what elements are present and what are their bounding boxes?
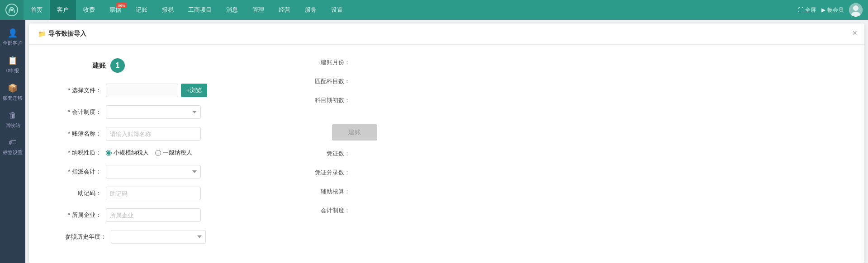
nav-service[interactable]: 服务 <box>298 0 324 20</box>
tax-type-row: * 纳税性质： 小规模纳税人 一般纳税人 <box>65 149 287 157</box>
info-initial-row: 科目期初数： <box>314 96 851 104</box>
migration-icon: 📦 <box>8 83 18 93</box>
file-input[interactable] <box>106 84 178 97</box>
dialog-title: 导爷数据导入 <box>48 30 86 38</box>
file-input-group: +浏览 <box>106 84 207 97</box>
sidebar-item-all-customers[interactable]: 👤 全部客户 <box>0 23 25 51</box>
info-section: 建账月份： 匹配科目数： 科目期初数： 建账 凭证数： <box>300 58 864 252</box>
accounting-label: * 会计制度： <box>65 108 106 116</box>
nav-menu: 首页 客户 收费 票据 new 记账 报税 工商项目 消息 管理 经营 服务 设… <box>24 0 798 20</box>
member-button[interactable]: ▶ 畅会员 <box>821 6 844 14</box>
trash-icon: 🗑 <box>9 111 17 120</box>
close-button[interactable]: × <box>852 29 857 37</box>
company-row: * 所属企业： <box>65 208 287 222</box>
nav-message[interactable]: 消息 <box>219 0 245 20</box>
main-content: 📁 导爷数据导入 × 建账 1 * 选择文件： +浏览 <box>25 20 868 263</box>
svg-point-1 <box>10 9 13 11</box>
tag-icon: 🏷 <box>9 138 17 147</box>
build-btn-wrapper: 建账 <box>314 120 851 141</box>
file-select-row: * 选择文件： +浏览 <box>65 84 287 97</box>
sidebar: 👤 全部客户 📋 0申报 📦 账套迁移 🗑 回收站 🏷 标签设置 <box>0 20 25 263</box>
user-avatar[interactable] <box>849 3 863 17</box>
info-match-label: 匹配科目数： <box>314 77 355 85</box>
info-accounting-system-row: 会计制度： <box>314 207 851 215</box>
history-year-select[interactable] <box>111 230 206 244</box>
svg-point-3 <box>853 5 859 11</box>
accountant-label: * 指派会计： <box>65 168 106 176</box>
sidebar-item-account-migration[interactable]: 📦 账套迁移 <box>0 79 25 106</box>
nav-customer[interactable]: 客户 <box>50 0 76 20</box>
company-input[interactable] <box>106 208 201 222</box>
people-icon: 👤 <box>8 28 18 38</box>
company-label: * 所属企业： <box>65 211 106 219</box>
fullscreen-button[interactable]: ⛶ 全屏 <box>798 6 816 14</box>
memo-row: 助记码： <box>65 187 287 200</box>
info-match-row: 匹配科目数： <box>314 77 851 85</box>
radio-small-scale-input[interactable] <box>106 150 112 156</box>
nav-right-actions: ⛶ 全屏 ▶ 畅会员 <box>798 3 868 17</box>
tax-type-radio-group: 小规模纳税人 一般纳税人 <box>106 149 192 157</box>
info-voucher-records-label: 凭证分录数： <box>314 169 355 177</box>
radio-general-input[interactable] <box>155 150 161 156</box>
nav-settings[interactable]: 设置 <box>324 0 350 20</box>
nav-operation[interactable]: 经营 <box>271 0 298 20</box>
sidebar-item-zero-declaration[interactable]: 📋 0申报 <box>0 51 25 79</box>
ledger-name-input[interactable] <box>106 127 201 141</box>
accountant-row: * 指派会计： <box>65 165 287 178</box>
history-year-row: 参照历史年度： <box>65 230 287 244</box>
member-icon: ▶ <box>821 7 825 13</box>
import-icon: 📁 <box>38 30 46 38</box>
memo-input[interactable] <box>106 187 201 200</box>
info-voucher-records-row: 凭证分录数： <box>314 169 851 177</box>
dialog-header: 📁 导爷数据导入 <box>29 23 864 45</box>
radio-small-scale[interactable]: 小规模纳税人 <box>106 149 149 157</box>
info-accounting-system-label: 会计制度： <box>314 207 355 215</box>
nav-home[interactable]: 首页 <box>24 0 50 20</box>
nav-business[interactable]: 工商项目 <box>181 0 219 20</box>
form-section: 建账 1 * 选择文件： +浏览 * 会计制度： <box>29 58 300 252</box>
ledger-name-label: * 账簿名称： <box>65 130 106 138</box>
radio-general[interactable]: 一般纳税人 <box>155 149 192 157</box>
info-voucher-row: 凭证数： <box>314 150 851 158</box>
nav-manage[interactable]: 管理 <box>245 0 271 20</box>
sidebar-item-recycle[interactable]: 🗑 回收站 <box>0 106 25 133</box>
memo-label: 助记码： <box>65 189 106 197</box>
step-indicator: 建账 1 <box>65 58 287 73</box>
accounting-row: * 会计制度： <box>65 105 287 119</box>
step-label: 建账 <box>92 61 106 70</box>
fullscreen-icon: ⛶ <box>798 7 803 13</box>
dialog-body: 建账 1 * 选择文件： +浏览 * 会计制度： <box>29 45 864 261</box>
import-dialog: 📁 导爷数据导入 × 建账 1 * 选择文件： +浏览 <box>29 23 864 263</box>
nav-fee[interactable]: 收费 <box>76 0 102 20</box>
tax-type-label: * 纳税性质： <box>65 149 106 157</box>
step-circle: 1 <box>110 58 125 73</box>
sidebar-item-tag-settings[interactable]: 🏷 标签设置 <box>0 133 25 160</box>
info-initial-label: 科目期初数： <box>314 96 355 104</box>
app-logo <box>0 0 24 20</box>
info-aux-row: 辅助核算： <box>314 188 851 196</box>
nav-tax[interactable]: 报税 <box>155 0 181 20</box>
declaration-icon: 📋 <box>8 56 18 66</box>
accounting-select[interactable] <box>106 105 201 119</box>
nav-invoice-badge: new <box>116 3 127 8</box>
ledger-name-row: * 账簿名称： <box>65 127 287 141</box>
info-month-label: 建账月份： <box>314 58 355 66</box>
build-button[interactable]: 建账 <box>332 124 377 141</box>
nav-invoice[interactable]: 票据 new <box>102 0 128 20</box>
accountant-select[interactable] <box>106 165 201 178</box>
info-voucher-label: 凭证数： <box>314 150 355 158</box>
top-navigation: 首页 客户 收费 票据 new 记账 报税 工商项目 消息 管理 经营 服务 设… <box>0 0 868 20</box>
info-month-row: 建账月份： <box>314 58 851 66</box>
browse-button[interactable]: +浏览 <box>181 84 207 97</box>
info-aux-label: 辅助核算： <box>314 188 355 196</box>
nav-bookkeeping[interactable]: 记账 <box>128 0 155 20</box>
history-year-label: 参照历史年度： <box>65 233 111 241</box>
file-label: * 选择文件： <box>65 86 106 94</box>
